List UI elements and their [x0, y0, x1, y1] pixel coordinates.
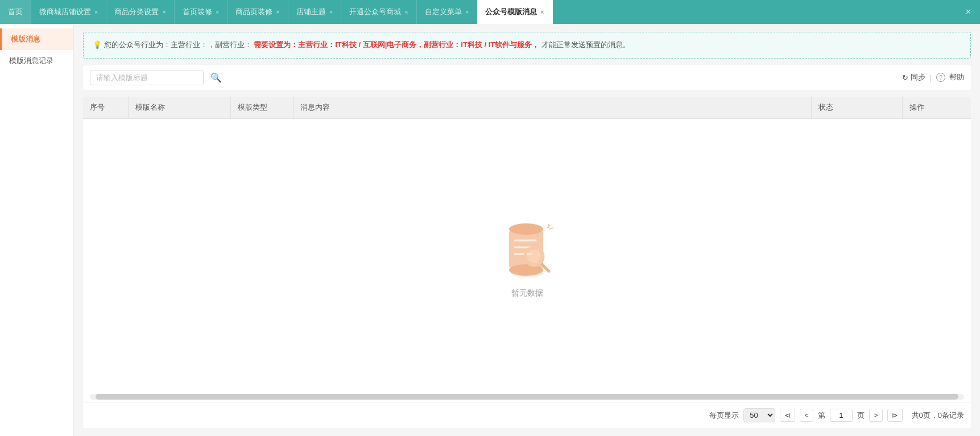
- nav-tab-3[interactable]: 首页装修×: [175, 0, 228, 24]
- sidebar: 模版消息模版消息记录: [0, 24, 74, 436]
- search-area: 🔍: [90, 70, 225, 85]
- help-label: 帮助: [949, 72, 964, 82]
- top-nav: 首页微商城店铺设置×商品分类设置×首页装修×商品页装修×店铺主题×开通公众号商城…: [0, 0, 980, 24]
- svg-point-2: [509, 223, 543, 235]
- close-tab-icon-7[interactable]: ×: [465, 9, 469, 15]
- nav-tab-6[interactable]: 开通公众号商城×: [341, 0, 416, 24]
- page-size-label: 每页显示: [709, 410, 739, 421]
- close-tab-icon-3[interactable]: ×: [216, 9, 219, 15]
- divider: |: [930, 73, 932, 82]
- nav-tab-2[interactable]: 商品分类设置×: [106, 0, 174, 24]
- first-page-button[interactable]: ⊲: [780, 409, 795, 422]
- notice-icon: 💡: [93, 40, 102, 49]
- table-header-col-2: 模版类型: [231, 97, 293, 118]
- last-page-button[interactable]: ⊳: [887, 409, 903, 422]
- table-header-col-5: 操作: [903, 97, 971, 118]
- nav-tab-5[interactable]: 店铺主题×: [288, 0, 341, 24]
- total-label: 共0页，0条记录: [912, 410, 964, 421]
- close-tab-icon-4[interactable]: ×: [276, 9, 279, 15]
- table-header-col-0: 序号: [83, 97, 129, 118]
- horizontal-scrollbar[interactable]: [90, 394, 964, 400]
- close-tab-icon-6[interactable]: ×: [404, 9, 408, 15]
- empty-illustration: [493, 212, 561, 280]
- search-input[interactable]: [90, 70, 204, 85]
- close-tab-icon-2[interactable]: ×: [162, 9, 166, 15]
- page-number-input[interactable]: [830, 409, 853, 422]
- prev-page-button[interactable]: <: [800, 409, 813, 422]
- table-header-col-3: 消息内容: [293, 97, 812, 118]
- sidebar-item-1[interactable]: 模版消息记录: [0, 50, 73, 72]
- svg-point-9: [527, 250, 541, 263]
- sync-icon: ↻: [902, 73, 908, 82]
- main-layout: 模版消息模版消息记录 💡 您的公众号行业为：主营行业：，副营行业： 需要设置为：…: [0, 24, 980, 436]
- toolbar: 🔍 ↻ 同步 | ? 帮助: [83, 65, 971, 90]
- page-size-select[interactable]: 50 20 100: [743, 408, 775, 422]
- empty-state: 暂无数据: [83, 119, 971, 392]
- search-button[interactable]: 🔍: [207, 71, 225, 84]
- nav-tab-7[interactable]: 自定义菜单×: [417, 0, 477, 24]
- content-area: 💡 您的公众号行业为：主营行业：，副营行业： 需要设置为：主营行业：IT科技 /…: [74, 24, 980, 436]
- svg-line-12: [549, 228, 553, 229]
- table-header: 序号模版名称模版类型消息内容状态操作: [83, 97, 971, 119]
- help-button[interactable]: ? 帮助: [936, 72, 964, 82]
- notice-suffix: 才能正常发送预置的消息。: [541, 40, 630, 49]
- nav-tab-4[interactable]: 商品页装修×: [228, 0, 288, 24]
- nav-tab-0[interactable]: 首页: [0, 0, 31, 24]
- page-post-label: 页: [857, 410, 865, 421]
- toolbar-right: ↻ 同步 | ? 帮助: [902, 72, 964, 82]
- nav-tab-1[interactable]: 微商城店铺设置×: [31, 0, 106, 24]
- empty-text: 暂无数据: [511, 288, 543, 298]
- sync-label: 同步: [911, 72, 925, 82]
- data-table: 序号模版名称模版类型消息内容状态操作: [83, 97, 971, 428]
- scrollbar-thumb[interactable]: [96, 394, 958, 400]
- help-icon: ?: [936, 73, 945, 82]
- close-tab-icon-5[interactable]: ×: [329, 9, 333, 15]
- nav-tab-8[interactable]: 公众号模版消息×: [477, 0, 552, 24]
- close-tab-icon-8[interactable]: ×: [540, 9, 544, 15]
- sync-button[interactable]: ↻ 同步: [902, 72, 925, 82]
- notice-box: 💡 您的公众号行业为：主营行业：，副营行业： 需要设置为：主营行业：IT科技 /…: [83, 32, 971, 59]
- next-page-button[interactable]: >: [869, 409, 883, 422]
- table-header-col-4: 状态: [812, 97, 903, 118]
- pagination: 每页显示 50 20 100 ⊲ < 第 页 > ⊳ 共0页，0条记录: [83, 402, 971, 428]
- close-all-button[interactable]: ×: [957, 7, 980, 17]
- close-tab-icon-1[interactable]: ×: [94, 9, 98, 15]
- table-header-col-1: 模版名称: [129, 97, 231, 118]
- notice-prefix: 您的公众号行业为：主营行业：，副营行业：: [104, 40, 252, 49]
- page-pre-label: 第: [818, 410, 825, 421]
- notice-highlight: 需要设置为：主营行业：IT科技 / 互联网|电子商务，副营行业：IT科技 / I…: [254, 40, 539, 49]
- sidebar-item-0[interactable]: 模版消息: [0, 28, 73, 50]
